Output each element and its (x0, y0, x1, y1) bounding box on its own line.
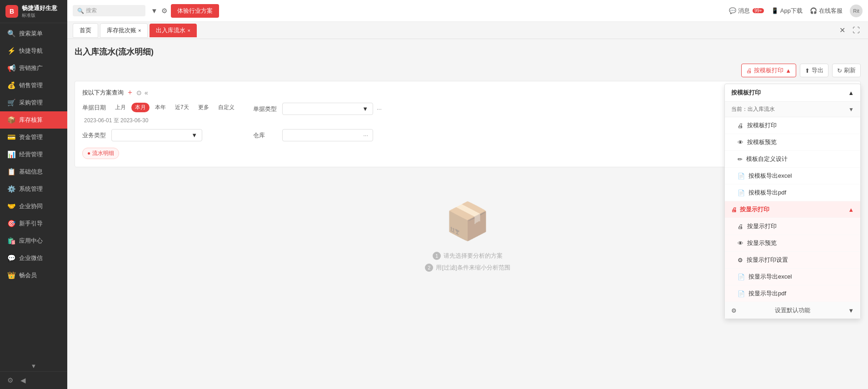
search-icon: 🔍 (77, 8, 84, 14)
dp-current-chevron[interactable]: ▼ (848, 106, 854, 113)
warehouse-label: 仓库 (253, 131, 279, 140)
tab-home[interactable]: 首页 (73, 23, 98, 38)
business-type-select[interactable]: ▼ (111, 129, 202, 141)
system-nav-icon: ⚙️ (7, 185, 15, 193)
tabs-bar: 首页 库存批次账 × 出入库流水 × ✕ ⛶ (67, 22, 868, 39)
trial-btn[interactable]: 体验行业方案 (171, 4, 219, 18)
sidebar-item-appstore[interactable]: 🛍️ 应用中心 (0, 232, 67, 249)
dp-item-label: 按显示打印 (747, 222, 777, 230)
tab-flow-close[interactable]: × (187, 28, 190, 33)
dp-item-display-excel[interactable]: 📄 按显示导出excel (725, 269, 860, 285)
sidebar-scroll-down[interactable]: ▼ (0, 361, 67, 371)
dp-item-display-settings[interactable]: ⚙ 按显示打印设置 (725, 252, 860, 269)
sidebar-item-inventory[interactable]: 📦 库存核算 (0, 111, 67, 129)
dp-item-template-pdf[interactable]: 📄 按模板导出pdf (725, 185, 860, 201)
operations-nav-icon: 📊 (7, 150, 15, 159)
topbar-messages[interactable]: 💬 消息 99+ (729, 7, 764, 15)
date-prev-month[interactable]: 上月 (111, 103, 130, 112)
sidebar-item-purchase[interactable]: 🛒 采购管理 (0, 94, 67, 111)
dp-item-template-design[interactable]: ✏ 模板自定义设计 (725, 151, 860, 168)
date-custom[interactable]: 自定义 (215, 103, 238, 112)
warehouse-select[interactable]: ··· (282, 129, 373, 141)
search-field-business: 业务类型 ▼ (82, 129, 246, 141)
export-label: 导出 (812, 66, 823, 75)
sidebar-settings-icon[interactable]: ⚙ (7, 376, 13, 384)
tab-batch-close[interactable]: × (138, 28, 141, 33)
sidebar-item-search[interactable]: 🔍 搜索菜单 (0, 25, 67, 42)
sidebar-item-label: 销售管理 (19, 81, 43, 90)
dp-item-label: 按显示预览 (747, 239, 777, 247)
refresh-btn[interactable]: ↻ 刷新 (832, 64, 861, 77)
dp-section-display[interactable]: 🖨 按显示打印 ▲ (725, 201, 860, 218)
empty-step-1-text: 请先选择要分析的方案 (444, 252, 503, 260)
tag-label: 流水明细 (92, 150, 114, 157)
sidebar-item-wechat[interactable]: 💬 企业微信 (0, 249, 67, 267)
dp-item-label: 模板自定义设计 (746, 155, 788, 163)
toolbar-area: 🖨 按模板打印 ▲ ⬆ 导出 ↻ 刷新 (75, 64, 861, 77)
sidebar-item-member[interactable]: 👑 畅会员 (0, 267, 67, 284)
sidebar-collapse-icon[interactable]: ◀ (20, 376, 26, 384)
sidebar-item-label: 搜索菜单 (19, 30, 43, 38)
topbar: 🔍 搜索 ▼ ⚙ 体验行业方案 💬 消息 99+ 📱 App下载 🎧 在线客服 … (67, 0, 868, 22)
sidebar-item-corp[interactable]: 🤝 企业协同 (0, 198, 67, 215)
dp-item-template-preview[interactable]: 👁 按模板预览 (725, 134, 860, 151)
refresh-icon: ↻ (837, 67, 842, 74)
topbar-search[interactable]: 🔍 搜索 (73, 5, 145, 16)
date-year[interactable]: 本年 (151, 103, 170, 112)
dp-item-display-preview[interactable]: 👁 按显示预览 (725, 235, 860, 252)
user-avatar[interactable]: Rit (850, 5, 863, 17)
voucher-type-more[interactable]: ··· (377, 105, 382, 112)
date-7days[interactable]: 近7天 (171, 103, 193, 112)
print-dropdown-panel: 按模板打印 ▲ 当前：出入库流水 ▼ 🖨 按模板打印 👁 按模板预览 ✏ 模板自… (724, 84, 861, 319)
dp-footer-label: 设置默认功能 (775, 306, 810, 314)
sidebar-item-basic[interactable]: 📋 基础信息 (0, 163, 67, 180)
warehouse-more[interactable]: ··· (363, 132, 368, 139)
tab-home-label: 首页 (80, 26, 91, 35)
voucher-type-select[interactable]: ▼ (282, 103, 373, 115)
sidebar-item-guide[interactable]: 🎯 新手引导 (0, 215, 67, 232)
sidebar-item-label: 应用中心 (19, 237, 43, 245)
date-label: 单据日期 (82, 104, 108, 112)
topbar-gear-icon[interactable]: ⚙ (161, 7, 167, 15)
dp-item-label: 按显示导出pdf (748, 289, 786, 298)
sidebar-logo: B (5, 5, 18, 18)
print-template-btn[interactable]: 🖨 按模板打印 ▲ (741, 64, 796, 77)
print-icon: 🖨 (738, 122, 743, 129)
date-curr-month[interactable]: 本月 (131, 103, 150, 112)
tabs-right-actions: ✕ ⛶ (837, 25, 863, 35)
date-more[interactable]: 更多 (195, 103, 213, 112)
topbar-service[interactable]: 🎧 在线客服 (810, 7, 843, 15)
dp-header: 按模板打印 ▲ (725, 84, 860, 102)
tab-batch[interactable]: 库存批次账 × (100, 23, 148, 38)
sidebar-item-system[interactable]: ⚙️ 系统管理 (0, 180, 67, 198)
filter-icon[interactable]: ⊙ (136, 89, 142, 96)
expand-filter-icon[interactable]: « (145, 89, 148, 96)
sidebar-item-sales[interactable]: 💰 销售管理 (0, 77, 67, 94)
sidebar: B 畅捷通好生意 标准版 🔍 搜索菜单 ⚡ 快捷导航 📢 营销推广 💰 销售管理… (0, 0, 67, 389)
tag-flow-detail[interactable]: ● 流水明细 (82, 148, 119, 159)
finance-nav-icon: 💳 (7, 133, 15, 141)
dp-current-label: 当前：出入库流水 (731, 105, 775, 113)
topbar-app-download[interactable]: 📱 App下载 (771, 7, 803, 15)
topbar-chevron-icon[interactable]: ▼ (151, 7, 158, 15)
tab-expand-btn[interactable]: ⛶ (850, 25, 863, 35)
dp-item-display-pdf[interactable]: 📄 按显示导出pdf (725, 285, 860, 302)
tab-flow[interactable]: 出入库流水 × (150, 24, 196, 37)
dp-item-display-print[interactable]: 🖨 按显示打印 (725, 218, 860, 235)
phone-icon: 📱 (771, 7, 778, 14)
dp-chevron-up[interactable]: ▲ (848, 90, 854, 96)
sidebar-item-marketing[interactable]: 📢 营销推广 (0, 60, 67, 77)
dp-footer[interactable]: ⚙ 设置默认功能 ▼ (725, 302, 860, 319)
dp-footer-icon: ⚙ (731, 307, 737, 314)
sidebar-item-finance[interactable]: 💳 资金管理 (0, 129, 67, 146)
add-condition-icon[interactable]: ＋ (126, 88, 134, 97)
sidebar-item-operations[interactable]: 📊 经营管理 (0, 146, 67, 163)
dp-item-template-excel[interactable]: 📄 按模板导出excel (725, 168, 860, 185)
sidebar-item-shortcuts[interactable]: ⚡ 快捷导航 (0, 42, 67, 60)
tab-flow-label: 出入库流水 (156, 26, 185, 35)
tab-close-btn[interactable]: ✕ (837, 25, 848, 35)
date-options: 上月 本月 本年 近7天 更多 自定义 (111, 103, 238, 112)
export-btn[interactable]: ⬆ 导出 (800, 64, 828, 77)
dp-item-template-print[interactable]: 🖨 按模板打印 (725, 117, 860, 134)
display-settings-icon: ⚙ (738, 257, 743, 264)
